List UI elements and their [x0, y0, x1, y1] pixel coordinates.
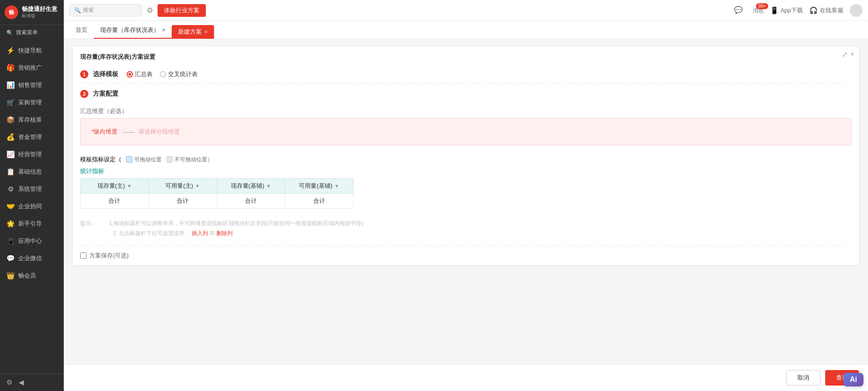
tab-inventory-close-icon[interactable]: ×: [162, 27, 165, 33]
purchase-icon: 🛒: [6, 98, 15, 107]
sidebar-item-cooperation[interactable]: 🤝 企业协同: [0, 198, 64, 215]
col4-value: 合计: [285, 194, 353, 209]
vip-icon: 👑: [6, 272, 15, 280]
stats-section-label: 统计指标: [80, 167, 852, 175]
new-tab-close-icon[interactable]: ×: [204, 29, 208, 35]
metrics-setting-row: 模板指标设定（ 可拖动位置 不可拖动位置）: [73, 152, 859, 166]
dash: ——: [123, 129, 135, 135]
col1-label: 现存量(主): [97, 182, 125, 190]
sidebar-item-marketing[interactable]: 🎁 营销推广: [0, 59, 64, 77]
close-icon[interactable]: ×: [850, 50, 854, 59]
tab-home-label: 首页: [76, 26, 87, 34]
col4-dropdown-icon[interactable]: ▼: [334, 183, 339, 189]
finance-icon: 💰: [6, 133, 15, 141]
wechat-icon: 💬: [6, 254, 15, 262]
inventory-icon: 📦: [6, 116, 15, 124]
col-header-4[interactable]: 可用量(基辅) ▼: [285, 179, 353, 194]
sidebar-item-label: 采购管理: [18, 98, 42, 107]
radio-summary-label: 汇总表: [135, 70, 153, 78]
ai-badge[interactable]: Ai: [843, 373, 863, 386]
service-button[interactable]: 🎧 在线客服: [809, 6, 843, 15]
sidebar-item-inventory[interactable]: 📦 库存核算: [0, 111, 64, 129]
sidebar-item-sales[interactable]: 📊 销售管理: [0, 77, 64, 94]
sidebar-item-operation[interactable]: 📈 经营管理: [0, 146, 64, 163]
tab-new-plan[interactable]: 新建方案 ×: [172, 25, 214, 39]
topbar: 🔍 搜索 ⚙ 体验行业方案 💬 99+ 消息 📱 App下载 🎧 在线客服: [64, 0, 868, 21]
sidebar-item-quick-nav[interactable]: ⚡ 快捷导航: [0, 42, 64, 59]
message-button[interactable]: 💬 99+ 消息: [734, 6, 764, 15]
sidebar-item-label: 基础信息: [18, 168, 42, 176]
drag-tag: 可拖动位置: [126, 156, 162, 164]
settings-panel: ⤢ × 现存量(库存状况表)方案设置 1 选择模板 汇总表 交叉统计表: [73, 46, 859, 265]
col2-label: 可用量(主): [165, 182, 193, 190]
sidebar-item-purchase[interactable]: 🛒 采购管理: [0, 94, 64, 111]
cancel-button[interactable]: 取消: [786, 370, 821, 386]
drag-label: 可拖动位置: [134, 156, 162, 164]
step2-label: 方案配置: [93, 90, 118, 98]
tip2-pre: 2. 点击标题栏下拉可设置排序、: [80, 230, 190, 237]
col1-dropdown-icon[interactable]: ▼: [127, 183, 132, 189]
message-icon: 💬: [734, 6, 743, 14]
tip2-highlight1: 插入列: [192, 230, 208, 237]
topbar-gear-icon[interactable]: ⚙: [145, 4, 155, 16]
sidebar-item-system[interactable]: ⚙ 系统管理: [0, 180, 64, 198]
newbie-icon: 🌟: [6, 220, 15, 228]
content-area: ⤢ × 现存量(库存状况表)方案设置 1 选择模板 汇总表 交叉统计表: [64, 39, 868, 364]
search-icon: 🔍: [74, 7, 81, 14]
collapse-icon[interactable]: ◀: [19, 378, 24, 386]
stats-table: 现存量(主) ▼ 可用量(主) ▼: [80, 178, 353, 209]
tip-title: 提示：: [80, 220, 107, 226]
dimension-input-area[interactable]: *纵向维度 —— 请选择分组维度: [80, 118, 852, 145]
app-edition: 标准版: [22, 13, 57, 19]
col-header-3[interactable]: 现存量(基辅) ▼: [217, 179, 285, 194]
tab-inventory-status[interactable]: 现存量（库存状况表） ×: [94, 22, 172, 39]
tab-home[interactable]: 首页: [69, 22, 94, 39]
sidebar-item-label: 企业协同: [18, 202, 42, 211]
marketing-icon: 🎁: [6, 64, 15, 72]
col-header-1[interactable]: 现存量(主) ▼: [81, 179, 149, 194]
tip2: 2. 点击标题栏下拉可设置排序、 插入列 和 删除列: [80, 229, 852, 239]
service-icon: 🎧: [809, 6, 818, 15]
radio-cross[interactable]: 交叉统计表: [160, 70, 198, 78]
sidebar-item-basic-info[interactable]: 📋 基础信息: [0, 163, 64, 180]
save-checkbox[interactable]: [80, 252, 87, 259]
app-download-icon: 📱: [770, 6, 779, 15]
app-download-button[interactable]: 📱 App下载: [770, 6, 803, 15]
sidebar-item-label: 快捷导航: [18, 46, 42, 55]
sidebar-item-vip[interactable]: 👑 畅会员: [0, 267, 64, 284]
sidebar-item-newbie[interactable]: 🌟 新手引导: [0, 215, 64, 232]
tip1: 提示： 1.拖动标题栏可以调整布局，不可跨维度或指标区域拖动栏目字段(只能在同一…: [80, 219, 852, 229]
template-radio-group: 汇总表 交叉统计表: [127, 70, 198, 78]
cooperation-icon: 🤝: [6, 202, 15, 211]
sidebar-search[interactable]: 🔍 搜索菜单: [0, 25, 64, 40]
sidebar-item-finance[interactable]: 💰 资金管理: [0, 129, 64, 146]
col2-dropdown-icon[interactable]: ▼: [195, 183, 200, 189]
expand-icon[interactable]: ⤢: [842, 50, 848, 59]
col-header-2[interactable]: 可用量(主) ▼: [148, 179, 217, 194]
sidebar-item-wechat[interactable]: 💬 企业微信: [0, 250, 64, 267]
table-row: 合计 合计 合计 合计: [81, 194, 353, 209]
stats-section: 统计指标 现存量(主) ▼ 可用量: [73, 166, 859, 215]
sidebar-item-app-center[interactable]: 📱 应用中心: [0, 232, 64, 250]
trial-button[interactable]: 体验行业方案: [158, 4, 206, 17]
service-label: 在线客服: [820, 6, 843, 15]
system-icon: ⚙: [6, 185, 15, 193]
radio-cross-circle: [160, 71, 166, 77]
user-avatar[interactable]: [850, 4, 863, 17]
col3-dropdown-icon[interactable]: ▼: [266, 183, 271, 189]
radio-cross-label: 交叉统计表: [168, 70, 198, 78]
tip1-text: 1.拖动标题栏可以调整布局，不可跨维度或指标区域拖动栏目字段(只能在同一维度或指…: [109, 220, 363, 226]
footer-bar: 取消 查询: [64, 364, 868, 391]
sidebar-item-label: 企业微信: [18, 254, 42, 262]
sidebar: 畅 畅捷通好生意 标准版 🔍 搜索菜单 ⚡ 快捷导航 🎁 营销推广 📊 销售管理…: [0, 0, 64, 391]
topbar-right: 💬 99+ 消息 📱 App下载 🎧 在线客服: [734, 4, 863, 17]
sidebar-item-label: 畅会员: [18, 272, 36, 280]
new-tab-label: 新建方案: [178, 28, 202, 36]
sidebar-item-label: 销售管理: [18, 81, 42, 89]
radio-summary[interactable]: 汇总表: [127, 70, 153, 78]
app-download-label: App下载: [781, 6, 803, 15]
save-row: 方案保存(可选): [73, 246, 859, 265]
search-icon: 🔍: [6, 30, 13, 36]
settings-icon[interactable]: ⚙: [6, 378, 12, 386]
topbar-search-box[interactable]: 🔍 搜索: [69, 4, 142, 16]
